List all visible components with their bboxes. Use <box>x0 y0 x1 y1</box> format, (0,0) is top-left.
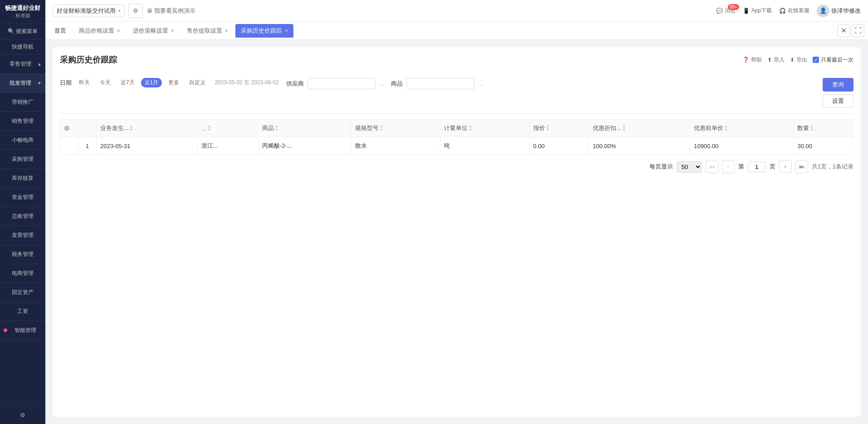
import-button[interactable]: ⬆ 导入 <box>767 56 785 64</box>
sidebar-item-capital[interactable]: 资金管理 <box>0 188 45 207</box>
col-label: 优惠前单价 <box>694 124 723 132</box>
col-header-date[interactable]: 业务发生... ▲▼ <box>97 120 198 137</box>
sidebar-item-invoice[interactable]: 发票管理 <box>0 226 45 245</box>
online-service-button[interactable]: 🎧 在线客服 <box>779 7 809 14</box>
filter-settings-button[interactable]: 设置 <box>823 94 853 108</box>
help-button[interactable]: ❓ 帮助 <box>742 56 762 64</box>
user-info[interactable]: 👤 徐泽华修改 <box>817 5 861 17</box>
col-sort-quantity[interactable]: 数量 ▲▼ <box>797 124 814 132</box>
tab-home[interactable]: 首页 <box>49 24 72 38</box>
tab-history_price[interactable]: 采购历史价跟踪× <box>235 24 293 38</box>
date-option-today[interactable]: 今天 <box>96 78 114 87</box>
app-logo: 畅捷通好业财 标准版 <box>0 0 45 24</box>
sidebar-item-retail[interactable]: 零售管理▲ <box>0 55 45 74</box>
tabs-bar: 首页商品价格设置×进价策略设置×售价提取设置×采购历史价跟踪× ✕ ⛶ <box>45 22 868 40</box>
date-option-last7[interactable]: 近7天 <box>117 78 138 87</box>
col-header-extra[interactable]: ... ▲▼ <box>198 120 258 137</box>
demo-link[interactable]: 🖥 我要看实例演示 <box>146 7 195 15</box>
col-sort-spec[interactable]: 规格型号 ▲▼ <box>355 124 383 132</box>
tab-close-icon[interactable]: × <box>117 28 120 34</box>
date-option-custom[interactable]: 自定义 <box>185 78 209 87</box>
user-name: 徐泽华修改 <box>831 7 861 15</box>
date-filter-label: 日期 <box>60 79 72 87</box>
tab-purchase_strategy[interactable]: 进价策略设置× <box>127 24 180 38</box>
tab-close-icon[interactable]: × <box>285 28 288 34</box>
tab-label: 首页 <box>54 27 66 35</box>
col-header-unit[interactable]: 计量单位 ▲▼ <box>440 120 529 137</box>
phone-icon: 📱 <box>743 8 750 14</box>
product-more-button[interactable]: ... <box>478 81 483 87</box>
col-header-quote[interactable]: 报价 ▲▼ <box>529 120 589 137</box>
top-bar-left: 好业财标准版交付试用 ▾ ⚙ 🖥 我要看实例演示 <box>53 4 195 18</box>
sidebar-item-wholesale[interactable]: 批发管理▼ <box>0 74 45 93</box>
date-option-last1m[interactable]: 近1月 <box>141 78 162 87</box>
sidebar-item-label: 采购管理 <box>4 155 42 163</box>
col-header-spec[interactable]: 规格型号 ▲▼ <box>351 120 440 137</box>
per-page-select[interactable]: 50 100 200 <box>677 161 702 173</box>
supplier-more-button[interactable]: ... <box>379 81 384 87</box>
sidebar-item-purchase[interactable]: 采购管理 <box>0 150 45 169</box>
sidebar-item-marketing[interactable]: 营销推广 <box>0 93 45 112</box>
sidebar-gear-button[interactable]: ⚙ <box>0 406 45 424</box>
tab-close-icon[interactable]: × <box>171 28 174 34</box>
supplier-input[interactable] <box>307 78 375 89</box>
col-header-product[interactable]: 商品 ▲▼ <box>258 120 351 137</box>
column-settings-icon[interactable]: ⚙ <box>64 125 70 132</box>
arrow-icon: ▲ <box>37 62 42 67</box>
col-header-pre_discount_price[interactable]: 优惠前单价 ▲▼ <box>690 120 794 137</box>
col-sort-discount[interactable]: 优惠折扣... ▲▼ <box>593 124 626 132</box>
cell-date: 2023-05-31 <box>97 137 198 155</box>
page-number-input[interactable] <box>748 162 766 172</box>
first-page-button[interactable]: ⏮ <box>706 160 718 173</box>
app-download-label: App下载 <box>751 7 772 14</box>
sidebar-item-ecommerce[interactable]: 电商管理 <box>0 264 45 283</box>
page-actions: ❓ 帮助 ⬆ 导入 ⬇ 导出 ✓ 只看最后一次 <box>742 56 853 64</box>
sidebar-item-label: 零售管理 <box>4 60 37 68</box>
sidebar-item-tax[interactable]: 税务管理 <box>0 245 45 264</box>
last-page-button[interactable]: ⏭ <box>795 160 808 173</box>
cell-pre_discount_price: 10900.00 <box>690 137 794 155</box>
sort-arrows-icon: ▲▼ <box>546 125 550 132</box>
sidebar-item-xc_ecommerce[interactable]: 小畅电商 <box>0 131 45 150</box>
sidebar-item-sales[interactable]: 销售管理 <box>0 112 45 131</box>
date-option-more[interactable]: 更多 <box>165 78 183 87</box>
only-last-label: 只看最后一次 <box>821 56 853 64</box>
user-icon: 👤 <box>819 7 827 14</box>
product-input[interactable] <box>406 78 474 89</box>
sidebar-item-label: 固定资产 <box>4 289 42 296</box>
version-label: 好业财标准版交付试用 <box>57 7 116 15</box>
tab-close-icon[interactable]: × <box>225 28 228 34</box>
cell-index: 1 <box>78 137 97 155</box>
only-last-checkbox[interactable]: ✓ 只看最后一次 <box>813 56 853 64</box>
maximize-tab-button[interactable]: ⛶ <box>852 24 864 37</box>
version-select[interactable]: 好业财标准版交付试用 ▾ <box>53 5 125 17</box>
app-download-button[interactable]: 📱 App下载 <box>743 7 772 14</box>
col-sort-pre_discount_price[interactable]: 优惠前单价 ▲▼ <box>694 124 728 132</box>
date-option-yesterday[interactable]: 昨天 <box>75 78 93 87</box>
sidebar-item-ledger[interactable]: 总账管理 <box>0 207 45 226</box>
col-header-quantity[interactable]: 数量 ▲▼ <box>794 120 853 137</box>
topbar-settings-button[interactable]: ⚙ <box>128 4 143 18</box>
tab-price[interactable]: 商品价格设置× <box>73 24 126 38</box>
messages-button[interactable]: 💬 消息 99+ <box>716 7 736 14</box>
col-sort-extra[interactable]: ... ▲▼ <box>201 125 211 132</box>
sidebar-item-payroll[interactable]: 工资 <box>0 302 45 321</box>
col-sort-unit[interactable]: 计量单位 ▲▼ <box>444 124 472 132</box>
col-header-discount[interactable]: 优惠折扣... ▲▼ <box>589 120 690 137</box>
next-page-button[interactable]: › <box>779 160 792 173</box>
close-tab-button[interactable]: ✕ <box>837 24 850 37</box>
sidebar-item-intelligent[interactable]: 智能管理 <box>0 321 45 340</box>
col-sort-quote[interactable]: 报价 ▲▼ <box>533 124 550 132</box>
table-row: 12023-05-31浙江...丙烯酸-2-...散水吨0.00100.00%1… <box>60 137 853 155</box>
sidebar-item-inventory[interactable]: 库存核算 <box>0 169 45 188</box>
sidebar-item-fixed_assets[interactable]: 固定资产 <box>0 283 45 302</box>
col-sort-product[interactable]: 商品 ▲▼ <box>262 124 278 132</box>
sort-arrows-icon: ▲▼ <box>380 125 383 132</box>
col-sort-date[interactable]: 业务发生... ▲▼ <box>100 124 133 132</box>
prev-page-button[interactable]: ‹ <box>722 160 735 173</box>
query-button[interactable]: 查询 <box>823 78 853 92</box>
sidebar-search[interactable]: 🔍 搜索菜单 <box>0 24 45 39</box>
export-button[interactable]: ⬇ 导出 <box>790 56 807 64</box>
tab-sale_price[interactable]: 售价提取设置× <box>181 24 234 38</box>
sidebar-quicknav[interactable]: 快捷导航 <box>0 39 45 55</box>
